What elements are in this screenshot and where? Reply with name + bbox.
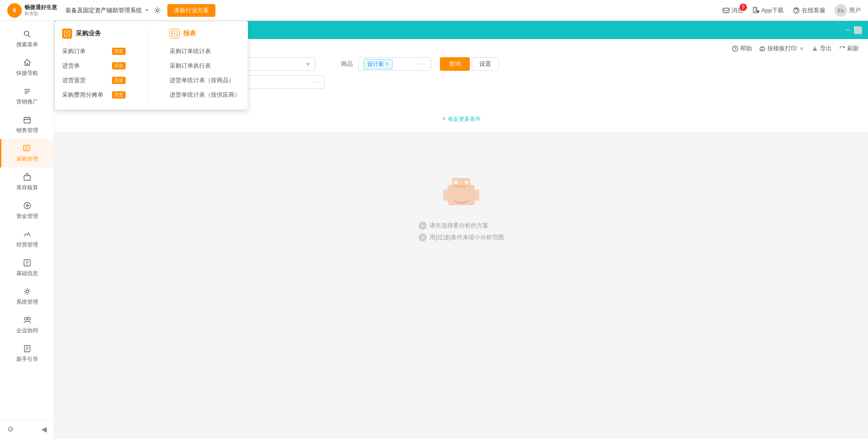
message-badge: 9 bbox=[740, 4, 747, 11]
goods-dots[interactable]: ··· bbox=[419, 60, 426, 68]
dropdown-item-incoming-stat-supplier[interactable]: 进货单统计表（按供应商） bbox=[170, 88, 240, 102]
online-service-nav-item[interactable]: 在线客服 bbox=[793, 6, 825, 15]
svg-text:6: 6 bbox=[13, 7, 16, 14]
purchase-dropdown-menu: 采购业务 采购订单 历史 进货单 历史 进货退货 历史 采购费用分摊单 历史 bbox=[54, 21, 248, 110]
goods-label: 商品 bbox=[321, 60, 353, 68]
industry-btn[interactable]: 体验行业方案 bbox=[167, 4, 215, 17]
svg-rect-26 bbox=[443, 189, 448, 201]
system-title-arrow[interactable]: ▼ bbox=[145, 8, 149, 13]
sidebar-item-inventory[interactable]: 库存核算 bbox=[0, 168, 54, 196]
svg-rect-3 bbox=[723, 8, 729, 13]
sales-icon bbox=[22, 115, 32, 125]
settings-btn[interactable]: 设置 bbox=[472, 57, 499, 71]
svg-point-14 bbox=[26, 290, 29, 293]
step1-num: ① bbox=[419, 222, 427, 230]
system-title: 装备及固定资产辅助管理系统 ▼ bbox=[65, 6, 149, 15]
help-btn[interactable]: 帮助 bbox=[732, 44, 752, 53]
svg-point-2 bbox=[156, 9, 158, 11]
inventory-icon bbox=[22, 172, 32, 182]
sidebar-settings-icon[interactable]: ⚙ bbox=[7, 425, 14, 434]
purchase-icon bbox=[22, 143, 32, 153]
sidebar-item-search[interactable]: 搜索菜单 bbox=[0, 25, 54, 53]
svg-rect-11 bbox=[24, 176, 30, 180]
dropdown-report-col: 报表 采购订单统计表 采购订单执行表 进货单统计表（按商品） 进货单统计表（按供… bbox=[170, 29, 240, 102]
system-icon bbox=[22, 286, 32, 296]
tab-maximize-icon[interactable]: ⬜ bbox=[853, 26, 863, 35]
refresh-btn[interactable]: 刷新 bbox=[839, 44, 859, 53]
sidebar-item-basic-info[interactable]: 基础信息 bbox=[0, 253, 54, 282]
sidebar-item-quick-nav[interactable]: 快捷导航 bbox=[0, 53, 54, 82]
report-col-icon bbox=[170, 29, 180, 39]
dropdown-item-incoming-stat-goods[interactable]: 进货单统计表（按商品） bbox=[170, 73, 240, 88]
svg-rect-21 bbox=[448, 185, 475, 205]
sidebar-item-system[interactable]: 系统管理 bbox=[0, 282, 54, 311]
logo-icon: 6 bbox=[7, 3, 22, 18]
sidebar-item-operations[interactable]: 经营管理 bbox=[0, 225, 54, 253]
voucher-status-arrow: ▼ bbox=[305, 61, 311, 68]
tab-minimize-icon[interactable]: − bbox=[846, 26, 850, 34]
cooperation-icon bbox=[22, 315, 32, 325]
logo-text: 畅捷通好生意 标准版 bbox=[24, 4, 57, 16]
svg-point-7 bbox=[796, 12, 797, 13]
sidebar-item-purchase[interactable]: 采购管理 bbox=[0, 139, 54, 168]
marketing-icon bbox=[22, 86, 32, 96]
finance-icon bbox=[22, 201, 32, 211]
sidebar-item-cooperation[interactable]: 企业协同 bbox=[0, 311, 54, 339]
tab-bar-right: − ⬜ bbox=[846, 26, 868, 35]
purchase-col-icon bbox=[62, 29, 72, 39]
user-avatar: Ea bbox=[834, 4, 847, 17]
collapse-arrow-icon: ∧ bbox=[442, 115, 446, 123]
operations-icon bbox=[22, 229, 32, 239]
dropdown-divider bbox=[147, 29, 148, 102]
sidebar-item-guide[interactable]: 新手引导 bbox=[0, 339, 54, 368]
dropdown-purchase-header: 采购业务 bbox=[62, 29, 126, 39]
top-navbar: 6 畅捷通好生意 标准版 装备及固定资产辅助管理系统 ▼ 体验行业方案 消息 9 bbox=[0, 0, 868, 21]
dropdown-item-purchase-order-stat[interactable]: 采购订单统计表 bbox=[170, 44, 240, 59]
query-btn[interactable]: 查询 bbox=[440, 57, 470, 71]
empty-state: ① 请先选择要分析的方案 ② 用[过滤]条件来缩小分析范围 bbox=[54, 133, 868, 280]
salesperson-dots[interactable]: ··· bbox=[312, 78, 320, 86]
svg-rect-9 bbox=[24, 118, 30, 123]
basic-info-icon bbox=[22, 258, 32, 268]
message-nav-item[interactable]: 消息 9 bbox=[722, 6, 743, 15]
svg-point-16 bbox=[28, 317, 30, 320]
svg-rect-27 bbox=[475, 189, 479, 201]
goods-select[interactable]: 设计素 × ··· bbox=[358, 57, 431, 71]
user-nav-item[interactable]: Ea 用户 bbox=[834, 4, 861, 17]
dropdown-item-expense[interactable]: 采购费用分摊单 历史 bbox=[62, 88, 126, 102]
history-badge-2: 历史 bbox=[112, 77, 126, 84]
print-dropdown-icon[interactable]: ▼ bbox=[799, 45, 805, 52]
goods-tag-close[interactable]: × bbox=[385, 61, 389, 67]
collapse-row[interactable]: ∧ 收起更多条件 bbox=[63, 112, 859, 127]
svg-rect-25 bbox=[457, 186, 466, 187]
sidebar-item-marketing[interactable]: 营销推广 bbox=[0, 82, 54, 110]
step2-num: ② bbox=[419, 233, 427, 242]
history-badge-1: 历史 bbox=[112, 62, 126, 69]
search-icon bbox=[22, 29, 32, 39]
history-badge-0: 历史 bbox=[112, 48, 126, 55]
system-settings-icon[interactable] bbox=[151, 4, 164, 17]
dropdown-item-incoming[interactable]: 进货单 历史 bbox=[62, 59, 126, 73]
print-btn[interactable]: 按模板打印 ▼ bbox=[759, 44, 805, 53]
sidebar-collapse-icon[interactable]: ◀ bbox=[41, 425, 47, 434]
dropdown-item-purchase-order-exec[interactable]: 采购订单执行表 bbox=[170, 59, 240, 73]
app-download-nav-item[interactable]: App下载 bbox=[752, 6, 784, 15]
dropdown-item-return[interactable]: 进货退货 历史 bbox=[62, 73, 126, 88]
history-badge-3: 历史 bbox=[112, 91, 126, 99]
sidebar-item-sales[interactable]: 销售管理 bbox=[0, 110, 54, 139]
export-btn[interactable]: 导出 bbox=[812, 44, 832, 53]
svg-point-24 bbox=[465, 181, 468, 184]
dropdown-purchase-col: 采购业务 采购订单 历史 进货单 历史 进货退货 历史 采购费用分摊单 历史 bbox=[62, 29, 126, 102]
svg-point-15 bbox=[24, 317, 27, 320]
guide-icon bbox=[22, 344, 32, 354]
dropdown-report-header: 报表 bbox=[170, 29, 240, 39]
sidebar-bottom: ⚙ ◀ bbox=[0, 419, 54, 439]
svg-rect-5 bbox=[757, 10, 759, 13]
dropdown-item-purchase-order[interactable]: 采购订单 历史 bbox=[62, 44, 126, 59]
home-icon bbox=[22, 58, 32, 68]
svg-point-19 bbox=[735, 50, 735, 50]
sidebar-item-finance[interactable]: 资金管理 bbox=[0, 196, 54, 225]
goods-tag[interactable]: 设计素 × bbox=[363, 59, 393, 69]
empty-text: ① 请先选择要分析的方案 ② 用[过滤]条件来缩小分析范围 bbox=[419, 220, 503, 243]
svg-rect-28 bbox=[64, 31, 70, 36]
